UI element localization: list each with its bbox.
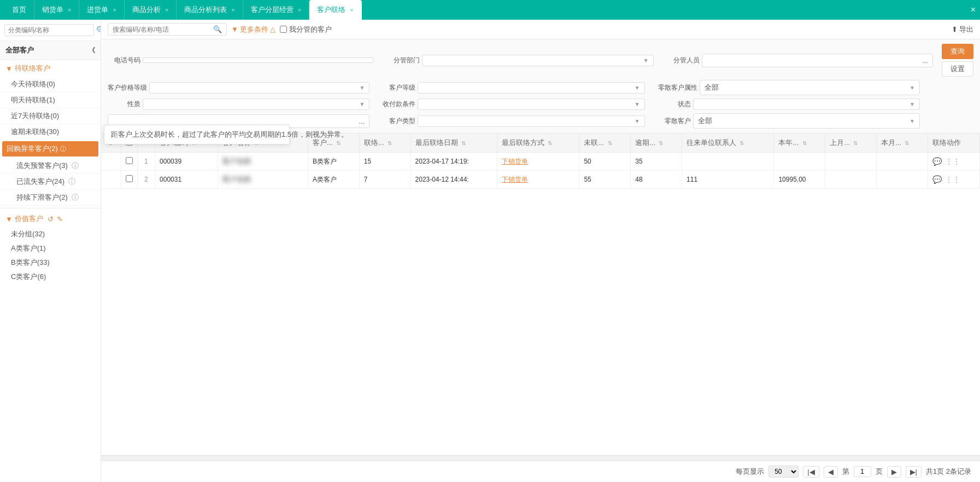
filter-cell-scattered-attr: 零散客户属性 全部 ▼ — [658, 80, 920, 95]
th-action: 联络动作 — [928, 133, 979, 153]
sidebar-group-pending[interactable]: ▼ 待联络客户 — [0, 60, 101, 77]
filter-cell-manager: 分管人员 ... — [667, 54, 933, 67]
sidebar-search-input[interactable] — [4, 24, 94, 36]
prev-page-button[interactable]: ◀ — [824, 466, 838, 478]
filter-status-select[interactable]: ▼ — [693, 98, 920, 110]
th-contact[interactable]: 联络... ⇅ — [359, 133, 410, 153]
th-this-month[interactable]: 本月... ⇅ — [877, 133, 928, 153]
nav-tab-analysis-list[interactable]: 商品分析列表 × — [177, 0, 243, 20]
td-level-1: B类客户 — [308, 153, 359, 171]
per-page-select[interactable]: 50 100 — [768, 466, 799, 478]
per-page-label: 每页显示 — [736, 467, 764, 477]
close-analysis-list-icon[interactable]: × — [231, 7, 234, 13]
settings-button[interactable]: 设置 — [942, 61, 973, 77]
sidebar-item-today[interactable]: 今天待联络(0) — [0, 77, 101, 92]
more-icon-1[interactable]: ⋮⋮ — [945, 157, 960, 166]
info-icon-churn-warning[interactable]: ⓘ — [72, 161, 79, 170]
total-label: 共1页 2条记录 — [926, 467, 971, 477]
close-customer-tier-icon[interactable]: × — [298, 7, 301, 13]
filter-dept-select[interactable]: ▼ — [422, 55, 653, 66]
first-page-button[interactable]: |◀ — [803, 466, 819, 478]
chevron-up-icon: △ — [270, 25, 275, 33]
row2-checkbox[interactable] — [126, 175, 133, 182]
th-year[interactable]: 本年... ⇅ — [774, 133, 825, 153]
filter-rows: 电话号码 分管部门 ▼ 分管人员 ... — [101, 39, 980, 133]
filter-nature-select[interactable]: ▼ — [143, 98, 369, 110]
contact-icon-1[interactable]: 💬 — [932, 157, 942, 166]
sidebar-item-ungroup[interactable]: 未分组(32) — [0, 227, 101, 241]
nav-tab-customer-tier[interactable]: 客户分层经营 × — [243, 0, 309, 20]
close-all-button[interactable]: × — [971, 5, 976, 15]
sidebar-item-declining[interactable]: 持续下滑客户(2) ⓘ — [0, 190, 101, 206]
info-icon-churned[interactable]: ⓘ — [68, 177, 75, 185]
td-last-contact-type-2[interactable]: 下销货单 — [497, 171, 579, 189]
next-page-button[interactable]: ▶ — [887, 466, 901, 478]
close-sales-icon[interactable]: × — [68, 7, 71, 13]
row1-checkbox[interactable] — [126, 157, 133, 164]
pagination: 每页显示 50 100 |◀ ◀ 第 页 ▶ ▶| 共1页 2条记录 — [101, 461, 980, 482]
export-button[interactable]: ⬆ 导出 — [952, 25, 973, 34]
th-overdue[interactable]: 逾期... ⇅ — [631, 133, 682, 153]
edit-icon[interactable]: ✎ — [57, 215, 63, 223]
th-last-contact-date[interactable]: 最后联络日期 ⇅ — [410, 133, 497, 153]
filter-cell-scattered-customer: 零散客户 全部 ▼ — [658, 113, 920, 129]
close-purchase-icon[interactable]: × — [113, 7, 116, 13]
filter-bar: 🔍 ▼ 更多条件 △ 我分管的客户 ⬆ 导出 — [101, 20, 980, 39]
sidebar-item-7days[interactable]: 近7天待联络(0) — [0, 108, 101, 124]
filter-search-icon[interactable]: 🔍 — [213, 25, 222, 33]
close-customer-contact-icon[interactable]: × — [350, 7, 353, 13]
nav-tab-analysis[interactable]: 商品分析 × — [125, 0, 177, 20]
collapse-icon[interactable]: 《 — [89, 46, 95, 55]
sidebar-item-tomorrow[interactable]: 明天待联络(1) — [0, 92, 101, 108]
sidebar-item-churn-warning[interactable]: 流失预警客户(3) ⓘ — [0, 158, 101, 174]
nav-tab-sales[interactable]: 销货单 × — [34, 0, 79, 20]
sidebar-item-repurchase-abnormal[interactable]: 回购异常客户(2) ⓘ — [2, 141, 98, 157]
sort-date-icon: ⇅ — [461, 140, 466, 146]
filter-customer-type-select[interactable]: ▼ — [418, 115, 644, 127]
page-number-input[interactable] — [854, 466, 871, 477]
td-action-2: 💬 ⋮⋮ — [928, 171, 979, 189]
filter-scattered-customer-select[interactable]: 全部 ▼ — [693, 113, 920, 129]
th-not-contact[interactable]: 未联... ⇅ — [579, 133, 631, 153]
td-name-1: 客户名称 — [218, 153, 308, 171]
sidebar-group-value-customers[interactable]: ▼ 价值客户 ↺ ✎ — [0, 211, 101, 227]
th-unit-contact[interactable]: 往来单位联系人 ⇅ — [682, 133, 774, 153]
filter-manager-input[interactable]: ... — [702, 54, 933, 67]
close-analysis-icon[interactable]: × — [165, 7, 168, 13]
filter-more-button[interactable]: ▼ 更多条件 △ — [231, 25, 275, 34]
sidebar-item-a-class[interactable]: A类客户(1) — [0, 241, 101, 255]
refresh-icon[interactable]: ↺ — [48, 215, 54, 223]
nav-tab-purchase[interactable]: 进货单 × — [79, 0, 124, 20]
info-icon-declining[interactable]: ⓘ — [72, 193, 79, 201]
contact-icon-2[interactable]: 💬 — [932, 175, 942, 184]
td-action-1: 💬 ⋮⋮ — [928, 153, 979, 171]
nature-arrow-icon: ▼ — [359, 101, 365, 107]
sidebar-search-icon[interactable]: 🔍 — [96, 26, 101, 34]
more-icon-2[interactable]: ⋮⋮ — [945, 175, 960, 184]
filter-phone-input[interactable] — [143, 57, 374, 63]
th-last-contact-type[interactable]: 最后联络方式 ⇅ — [497, 133, 579, 153]
nav-tab-home[interactable]: 首页 — [4, 0, 34, 20]
sidebar-item-b-class[interactable]: B类客户(33) — [0, 255, 101, 270]
filter-price-level-select[interactable]: ▼ — [149, 82, 369, 94]
filter-scattered-attr-select[interactable]: 全部 ▼ — [700, 80, 920, 95]
td-unit-contact-1 — [682, 153, 774, 171]
sidebar: 🔍 全部客户 《 ▼ 待联络客户 今天待联络(0) 明天待联络(1) 近7天待联… — [0, 20, 101, 482]
sidebar-item-overdue[interactable]: 逾期未联络(30) — [0, 124, 101, 140]
sidebar-item-c-class[interactable]: C类客户(6) — [0, 270, 101, 284]
my-customer-checkbox[interactable] — [280, 26, 287, 33]
info-icon-repurchase[interactable]: ⓘ — [60, 145, 66, 153]
filter-my-customer[interactable]: 我分管的客户 — [280, 25, 332, 34]
th-last-month[interactable]: 上月... ⇅ — [825, 133, 877, 153]
filter-customer-level-select[interactable]: ▼ — [418, 82, 644, 94]
filter-payment-select[interactable]: ▼ — [418, 98, 644, 110]
td-this-month-1 — [877, 153, 928, 171]
query-button[interactable]: 查询 — [942, 44, 973, 59]
td-last-contact-type-1[interactable]: 下销货单 — [497, 153, 579, 171]
last-page-button[interactable]: ▶| — [906, 466, 922, 478]
horizontal-scrollbar[interactable] — [101, 455, 980, 461]
nav-tab-customer-contact[interactable]: 客户联络 × — [309, 0, 361, 20]
sidebar-item-churned[interactable]: 已流失客户(24) ⓘ — [0, 174, 101, 190]
all-customers-label: 全部客户 — [5, 45, 34, 55]
filter-search-input[interactable] — [113, 26, 211, 33]
